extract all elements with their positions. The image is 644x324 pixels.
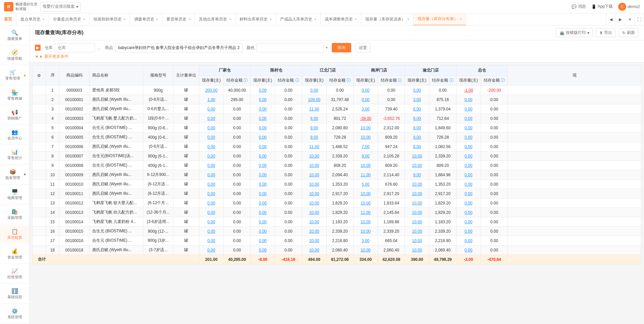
table-cell[interactable]: 0.00 xyxy=(251,180,275,189)
tab-requisition[interactable]: 要货单历史 × xyxy=(162,13,195,26)
table-cell[interactable]: 0.00 xyxy=(456,142,481,151)
table-cell[interactable]: 9.00 xyxy=(354,151,378,161)
table-cell[interactable]: 10.00 xyxy=(405,227,429,236)
export-button[interactable]: ⬆ 导出 xyxy=(596,28,616,37)
tab-transfer[interactable]: 调拨单历史 × xyxy=(130,13,163,26)
table-cell[interactable]: 7.00 xyxy=(354,142,378,151)
table-cell[interactable]: 10.00 xyxy=(354,123,378,133)
sidebar-item-retail-manage[interactable]: 🛒 零售管理 ▲ xyxy=(0,66,29,83)
sidebar-item-inventory[interactable]: 📋 库存核算 xyxy=(0,226,29,242)
tab-prev-btn[interactable]: ◀ xyxy=(606,13,616,26)
table-cell[interactable]: 0.00 xyxy=(199,114,224,123)
tab-other-outbound[interactable]: 其他出库单历史 × xyxy=(195,13,235,26)
table-cell[interactable]: 0.00 xyxy=(456,245,481,255)
table-cell[interactable]: 0.00 xyxy=(199,133,224,142)
table-cell[interactable]: 0.00 xyxy=(456,151,481,161)
table-cell[interactable]: 10.00 xyxy=(354,217,378,227)
table-cell[interactable]: 0.00 xyxy=(456,123,481,133)
table-cell[interactable]: 10.00 xyxy=(302,189,326,198)
tab-cost-adjust[interactable]: 成本调整单历史 × xyxy=(321,13,361,26)
table-cell[interactable]: 10.00 xyxy=(405,217,429,227)
close-icon[interactable]: × xyxy=(156,17,158,21)
sidebar-item-retail-mall[interactable]: 🏪 零售商城 xyxy=(0,87,29,103)
sidebar-item-retail-stats[interactable]: 📊 零售统计 xyxy=(0,146,29,163)
table-cell[interactable]: 8.00 xyxy=(405,114,429,123)
table-cell[interactable]: 0.00 xyxy=(251,161,275,170)
table-cell[interactable]: 1.00 xyxy=(199,95,224,104)
table-cell[interactable]: 0.00 xyxy=(456,236,481,245)
table-cell[interactable]: 5.00 xyxy=(354,180,378,189)
table-cell[interactable]: 0.00 xyxy=(456,198,481,208)
table-cell[interactable]: 0.00 xyxy=(251,95,275,104)
table-cell[interactable]: 0.00 xyxy=(251,133,275,142)
table-cell[interactable]: 10.00 xyxy=(302,208,326,217)
table-cell[interactable]: 0.00 xyxy=(251,104,275,114)
tab-inventory-check[interactable]: 盘点单历史 × xyxy=(16,13,49,26)
table-cell[interactable]: 3.00 xyxy=(405,95,429,104)
table-cell[interactable]: 11.00 xyxy=(302,142,326,151)
table-cell[interactable]: 9.00 xyxy=(405,133,429,142)
table-cell[interactable]: 0.00 xyxy=(199,198,224,208)
close-icon[interactable]: × xyxy=(408,17,410,21)
table-cell[interactable]: 10.00 xyxy=(302,227,326,236)
table-cell[interactable]: 0.00 xyxy=(456,227,481,236)
print-button[interactable]: 🖨️ 按模版打印 ▾ xyxy=(556,28,593,37)
warehouse-dots-btn[interactable]: ... xyxy=(97,45,101,50)
table-cell[interactable]: 10.00 xyxy=(405,198,429,208)
table-cell[interactable]: 11.00 xyxy=(302,104,326,114)
tab-split-inventory[interactable]: 分量盘点单历史 × xyxy=(49,13,90,26)
table-cell[interactable]: 0.00 xyxy=(456,114,481,123)
table-cell[interactable]: 10.00 xyxy=(354,133,378,142)
close-icon[interactable]: × xyxy=(355,17,357,21)
close-icon[interactable]: × xyxy=(229,17,231,21)
sidebar-item-quicknav[interactable]: 🧭 快捷导航 xyxy=(0,47,29,63)
table-cell[interactable]: 0.00 xyxy=(456,208,481,217)
sidebar-item-search[interactable]: 🔍 搜索英单 xyxy=(0,27,29,44)
table-cell[interactable]: 0.00 xyxy=(456,180,481,189)
table-cell[interactable]: 8.00 xyxy=(405,123,429,133)
sidebar-item-operations[interactable]: 📈 经营管理 xyxy=(0,265,29,282)
table-cell[interactable]: 10.00 xyxy=(354,161,378,170)
app-download-btn[interactable]: 📱 App下载 xyxy=(591,4,613,9)
query-button[interactable]: 查询 xyxy=(332,43,351,52)
table-cell[interactable]: 10.00 xyxy=(302,245,326,255)
table-cell[interactable]: 0.00 xyxy=(199,189,224,198)
tab-stock-distribution[interactable]: 现存量（库存分布表） × xyxy=(414,13,466,26)
refresh-button[interactable]: ↻ 刷新 xyxy=(619,28,639,37)
table-cell[interactable]: 10.00 xyxy=(405,161,429,170)
table-cell[interactable]: 10.00 xyxy=(302,236,326,245)
table-cell[interactable]: 9.00 xyxy=(405,170,429,180)
setting-button[interactable]: 设置 xyxy=(355,43,371,52)
table-cell[interactable]: 0.00 xyxy=(199,104,224,114)
table-cell[interactable]: 3.00 xyxy=(354,236,378,245)
table-cell[interactable]: 0.00 xyxy=(251,227,275,236)
table-cell[interactable]: 0.00 xyxy=(251,217,275,227)
table-cell[interactable]: 0.00 xyxy=(251,189,275,198)
table-cell[interactable]: 10.00 xyxy=(302,198,326,208)
table-cell[interactable]: 200.00 xyxy=(199,86,224,95)
table-cell[interactable]: 0.00 xyxy=(251,198,275,208)
tab-material-outbound[interactable]: 材料出库单历史 × xyxy=(235,13,276,26)
sidebar-item-member[interactable]: 👥 会员中心 xyxy=(0,126,29,143)
tab-next-btn[interactable]: ▶ xyxy=(616,13,625,26)
table-cell[interactable]: 0.00 xyxy=(199,151,224,161)
close-icon[interactable]: × xyxy=(124,17,126,21)
table-cell[interactable]: 0.00 xyxy=(251,151,275,161)
tab-product-inbound[interactable]: 产成品入库单历史 × xyxy=(276,13,321,26)
table-cell[interactable]: 8.00 xyxy=(405,142,429,151)
close-icon[interactable]: × xyxy=(460,17,462,21)
table-cell[interactable]: 6.00 xyxy=(405,104,429,114)
tab-close-all-btn[interactable]: ✕ xyxy=(625,13,635,26)
settings-col-header[interactable]: ⚙ xyxy=(33,65,46,86)
table-cell[interactable]: 9.00 xyxy=(302,123,326,133)
table-cell[interactable]: 9.00 xyxy=(302,133,326,142)
table-cell[interactable]: 0.00 xyxy=(456,104,481,114)
table-cell[interactable]: 10.00 xyxy=(302,161,326,170)
table-cell[interactable]: 0.00 xyxy=(199,236,224,245)
user-menu[interactable]: E demo2 xyxy=(618,3,640,11)
table-cell[interactable]: 10.00 xyxy=(302,151,326,161)
table-cell[interactable]: 0.00 xyxy=(456,217,481,227)
close-icon[interactable]: × xyxy=(189,17,191,21)
tab-expand-btn[interactable]: ⛶ xyxy=(635,13,644,26)
table-cell[interactable]: 0.00 xyxy=(354,86,378,95)
